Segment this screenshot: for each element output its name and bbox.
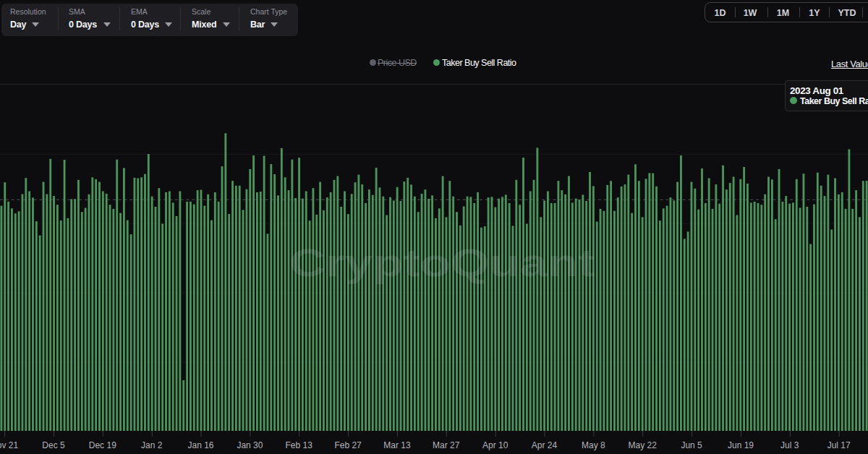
svg-text:Jul 3: Jul 3 [780,440,799,450]
svg-text:Jan 2: Jan 2 [141,440,163,450]
svg-text:Apr 24: Apr 24 [532,440,558,450]
svg-text:Dec 5: Dec 5 [42,440,65,450]
svg-text:Apr 10: Apr 10 [482,440,509,450]
svg-text:Mar 27: Mar 27 [433,440,460,450]
svg-text:Mar 13: Mar 13 [383,440,411,450]
svg-text:Jan 30: Jan 30 [237,440,263,450]
svg-text:May 8: May 8 [582,440,605,450]
svg-text:May 22: May 22 [629,440,658,450]
svg-text:CryptoQuant: CryptoQuant [289,241,595,284]
svg-text:Jun 5: Jun 5 [681,440,702,450]
svg-text:Jul 17: Jul 17 [827,440,851,450]
svg-text:Feb 27: Feb 27 [334,440,362,450]
svg-text:Jan 16: Jan 16 [187,440,213,450]
svg-text:Jun 19: Jun 19 [728,440,754,450]
svg-text:Dec 19: Dec 19 [89,440,116,450]
svg-text:Nov 21: Nov 21 [0,440,18,450]
svg-text:Feb 13: Feb 13 [286,440,313,450]
